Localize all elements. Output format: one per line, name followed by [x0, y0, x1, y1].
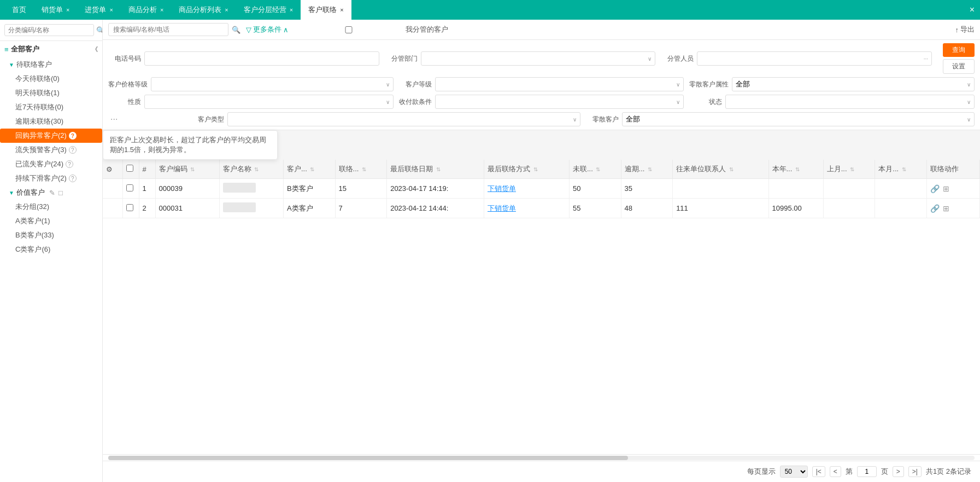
- lost-predicted-info-icon: ?: [69, 146, 77, 154]
- sidebar-item-c-class[interactable]: C类客户(6): [0, 242, 102, 257]
- row2-last-contact-method[interactable]: 下销货单: [484, 199, 569, 218]
- row1-last-contact-method[interactable]: 下销货单: [484, 179, 569, 199]
- sidebar-pending-contact-group[interactable]: ▼ 待联络客户: [0, 57, 102, 72]
- content-area: 🔍 ▽ 更多条件 ∧ 我分管的客户 ↑ 导出 电话号码: [103, 20, 980, 482]
- phone-input[interactable]: [144, 51, 379, 66]
- sidebar-value-customer-add-icon[interactable]: □: [58, 189, 63, 197]
- last-page-btn[interactable]: >|: [908, 466, 922, 477]
- page-input[interactable]: [857, 466, 877, 477]
- gender-select[interactable]: ∨: [144, 95, 394, 109]
- customer-level-select[interactable]: ∨: [435, 77, 684, 91]
- window-close-icon[interactable]: ×: [970, 5, 975, 15]
- payment-select[interactable]: ∨: [435, 95, 684, 109]
- row1-last-month: [823, 179, 875, 199]
- more-filters-icon[interactable]: ···: [108, 114, 120, 124]
- retail-attr-select[interactable]: 全部 ∨: [732, 77, 975, 91]
- close-sales-order-icon[interactable]: ×: [66, 7, 69, 13]
- status-select[interactable]: ∨: [725, 95, 975, 109]
- search-bar-icon[interactable]: 🔍: [232, 26, 240, 34]
- col-customer-name[interactable]: 客户名称 ⇅: [219, 160, 283, 179]
- close-customer-stratification-icon[interactable]: ×: [290, 7, 293, 13]
- customer-level-chevron-icon: ∨: [676, 82, 680, 88]
- col-last-month[interactable]: 上月... ⇅: [823, 160, 875, 179]
- nav-home[interactable]: 首页: [4, 0, 34, 20]
- sidebar-item-today-contact[interactable]: 今天待联络(0): [0, 72, 102, 86]
- next-page-btn[interactable]: >: [893, 466, 904, 477]
- sidebar-value-customer-group[interactable]: ▼ 价值客户 ✎ □: [0, 185, 102, 200]
- row1-customer-code[interactable]: 000039: [155, 179, 219, 199]
- sidebar-item-week-contact[interactable]: 近7天待联络(0): [0, 100, 102, 114]
- price-level-select[interactable]: ∨: [151, 77, 394, 91]
- col-customer-code[interactable]: 客户编码 ⇅: [155, 160, 219, 179]
- sidebar-item-repurchase-abnormal[interactable]: 回购异常客户(2) ?: [0, 129, 102, 143]
- sidebar-item-b-class[interactable]: B类客户(33): [0, 228, 102, 242]
- sidebar-item-lost-predicted[interactable]: 流失预警客户(3) ?: [0, 143, 102, 157]
- scrollbar-thumb[interactable]: [108, 456, 628, 460]
- filter-field-retail-attr: 零散客户属性 全部 ∨: [689, 77, 975, 91]
- col-contact[interactable]: 联络... ⇅: [335, 160, 387, 179]
- my-customers-checkbox[interactable]: 我分管的客户: [294, 25, 448, 34]
- search-input[interactable]: [108, 23, 228, 36]
- sidebar-item-already-lost[interactable]: 已流失客户(24) ?: [0, 157, 102, 171]
- col-contact-person[interactable]: 往来单位联系人 ⇅: [673, 160, 768, 179]
- close-purchase-order-icon[interactable]: ×: [109, 7, 113, 13]
- branch-dept-select[interactable]: ∨: [421, 51, 656, 66]
- nav-sales-order[interactable]: 销货单 ×: [34, 0, 77, 20]
- col-last-contact-method[interactable]: 最后联络方式 ⇅: [484, 160, 569, 179]
- pagination: 每页显示 50 100 200 |< < 第 页 > >| 共1页 2条记录: [103, 461, 980, 482]
- nav-product-analysis-list[interactable]: 商品分析列表 ×: [171, 0, 236, 20]
- nav-customer-stratification[interactable]: 客户分层经营 ×: [236, 0, 301, 20]
- setting-button[interactable]: 设置: [943, 59, 975, 74]
- export-btn[interactable]: ↑ 导出: [955, 25, 975, 34]
- close-product-analysis-list-icon[interactable]: ×: [225, 7, 228, 13]
- row1-select-checkbox[interactable]: [126, 184, 133, 191]
- row2-select-checkbox[interactable]: [126, 204, 133, 211]
- sidebar-search-input[interactable]: [4, 24, 94, 36]
- col-no-contact[interactable]: 未联... ⇅: [569, 160, 621, 179]
- sidebar-item-tomorrow-contact[interactable]: 明天待联络(1): [0, 86, 102, 100]
- row2-customer-code[interactable]: 000031: [155, 199, 219, 218]
- col-overdue[interactable]: 逾期... ⇅: [621, 160, 673, 179]
- top-nav: 首页 销货单 × 进货单 × 商品分析 × 商品分析列表 × 客户分层经营 × …: [0, 0, 980, 20]
- sidebar-collapse-btn[interactable]: 《: [92, 45, 98, 54]
- sidebar-value-customer-edit-icon[interactable]: ✎: [49, 189, 55, 197]
- horizontal-scrollbar[interactable]: [103, 454, 980, 461]
- sidebar-item-declining[interactable]: 持续下滑客户(2) ?: [0, 171, 102, 185]
- filter-field-dots: ···: [108, 114, 186, 124]
- per-page-select[interactable]: 50 100 200: [780, 466, 808, 478]
- nav-purchase-order[interactable]: 进货单 ×: [77, 0, 120, 20]
- sidebar-search-icon[interactable]: 🔍: [96, 26, 103, 34]
- row2-contact-method-link[interactable]: 下销货单: [488, 204, 516, 212]
- my-customers-check[interactable]: [294, 26, 403, 33]
- nav-customer-contact[interactable]: 客户联络 ×: [301, 0, 351, 20]
- col-this-year[interactable]: 本年... ⇅: [768, 160, 823, 179]
- col-settings[interactable]: ⚙: [103, 160, 122, 179]
- row1-contact-method-link[interactable]: 下销货单: [488, 184, 516, 193]
- more-conditions-btn[interactable]: ▽ 更多条件 ∧: [246, 25, 289, 34]
- col-this-month[interactable]: 本月... ⇅: [875, 160, 927, 179]
- nav-product-analysis[interactable]: 商品分析 ×: [121, 0, 171, 20]
- prev-page-btn[interactable]: <: [830, 466, 841, 477]
- first-page-btn[interactable]: |<: [812, 466, 825, 477]
- sidebar-item-ungrouped[interactable]: 未分组(32): [0, 200, 102, 214]
- col-last-contact-date[interactable]: 最后联络日期 ⇅: [387, 160, 484, 179]
- sort-contact-icon: ⇅: [362, 166, 366, 172]
- query-button[interactable]: 查询: [943, 43, 975, 57]
- extended-filters: 电话号码 分管部门 ∨ 分管人员 ···: [103, 40, 980, 130]
- row2-last-contact-date: 2023-04-12 14:44:: [387, 199, 484, 218]
- select-all-checkbox[interactable]: [126, 165, 133, 172]
- row2-grid-icon[interactable]: ⊞: [943, 204, 949, 213]
- close-product-analysis-icon[interactable]: ×: [160, 7, 163, 13]
- customer-type-select[interactable]: ∨: [227, 112, 580, 126]
- col-customer-type[interactable]: 客户... ⇅: [283, 160, 335, 179]
- row1-name-placeholder: [223, 183, 256, 193]
- row1-link-icon[interactable]: 🔗: [930, 184, 940, 193]
- retail-customer-select[interactable]: 全部 ∨: [622, 112, 975, 126]
- row2-link-icon[interactable]: 🔗: [930, 204, 940, 213]
- table-area: ⚙ # 客户编码 ⇅ 客户名称 ⇅ 客户... ⇅: [103, 160, 980, 454]
- sidebar-item-overdue-contact[interactable]: 逾期未联络(30): [0, 114, 102, 129]
- close-customer-contact-icon[interactable]: ×: [340, 7, 343, 13]
- branch-staff-select[interactable]: ···: [697, 51, 932, 66]
- sidebar-item-a-class[interactable]: A类客户(1): [0, 214, 102, 228]
- row1-grid-icon[interactable]: ⊞: [943, 184, 949, 193]
